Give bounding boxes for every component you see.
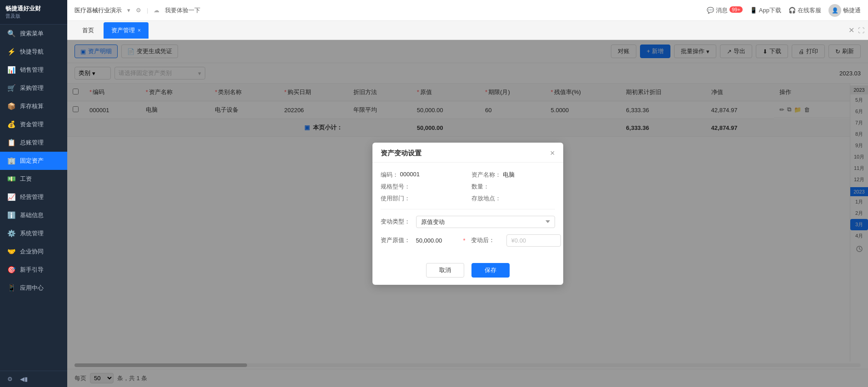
sidebar-item-资金管理[interactable]: 💰资金管理	[0, 115, 67, 134]
sidebar-item-新手引导[interactable]: 🎯新手引导	[0, 261, 67, 279]
tab-asset-label: 资产管理	[111, 26, 135, 35]
dialog-body: 编码： 000001 资产名称： 电脑 规格型号： 数量：	[372, 163, 563, 258]
dialog-close-btn[interactable]: ×	[550, 149, 555, 157]
sidebar-scroll: 🔍搜索菜单⚡快捷导航📊销售管理🛒采购管理📦库存核算💰资金管理📋总账管理🏢固定资产…	[0, 25, 67, 371]
sidebar-icon: 💵	[7, 175, 15, 183]
sidebar-icon: 💰	[7, 120, 15, 129]
sidebar-logo: 畅捷通好业财 普及版	[0, 0, 67, 25]
dialog-change-type-row: 变动类型： 原值变动 减值变动	[381, 216, 555, 228]
sidebar-item-固定资产[interactable]: 🏢固定资产	[0, 152, 67, 170]
window-maximize-icon[interactable]: ⛶	[858, 27, 864, 34]
sidebar-icon: 🏢	[7, 157, 15, 165]
sidebar-label: 新手引导	[20, 266, 44, 274]
sidebar-label: 系统管理	[20, 229, 44, 238]
sidebar-icon: 🛒	[7, 84, 15, 92]
sidebar-label: 基础信息	[20, 211, 44, 219]
company-name: 医疗器械行业演示	[74, 6, 122, 15]
dialog-header: 资产变动设置 ×	[372, 143, 563, 163]
tab-home[interactable]: 首页	[74, 22, 102, 39]
online-service-label: 在线客服	[798, 6, 821, 15]
dialog-code-item: 编码： 000001	[381, 171, 464, 179]
topbar-right: 💬 消息 99+ 📱 App下载 🎧 在线客服 👤 畅捷通	[707, 4, 861, 17]
sidebar-label: 经营管理	[20, 193, 44, 201]
sidebar-label: 快捷导航	[20, 48, 44, 56]
dialog-change-type-select[interactable]: 原值变动 减值变动	[416, 216, 555, 228]
dialog-after-label: 变动后：	[471, 236, 503, 244]
dialog-quantity-label: 数量：	[471, 183, 489, 191]
sidebar-icon: 📋	[7, 139, 15, 147]
sidebar-item-采购管理[interactable]: 🛒采购管理	[0, 79, 67, 97]
sidebar-item-快捷导航[interactable]: ⚡快捷导航	[0, 43, 67, 61]
save-button[interactable]: 保存	[471, 263, 510, 278]
sidebar-icon: ⚡	[7, 48, 15, 56]
sidebar-item-企业协同[interactable]: 🤝企业协同	[0, 243, 67, 261]
sidebar-icon: 🔍	[7, 30, 15, 38]
sidebar-item-搜索菜单[interactable]: 🔍搜索菜单	[0, 25, 67, 43]
settings-gear-icon[interactable]: ⚙	[136, 7, 141, 14]
dialog-code-label: 编码：	[381, 171, 398, 179]
sidebar-label: 销售管理	[20, 66, 44, 74]
dialog-original-value-label: 资产原值：	[381, 236, 412, 244]
message-label: 消息	[716, 6, 728, 15]
tab-home-label: 首页	[82, 26, 94, 35]
service-icon: 🎧	[789, 7, 796, 14]
sidebar-icon: 📱	[7, 284, 15, 292]
sidebar-item-销售管理[interactable]: 📊销售管理	[0, 61, 67, 79]
app-download-btn[interactable]: 📱 App下载	[750, 6, 781, 15]
settings-icon[interactable]: ⚙	[7, 376, 13, 382]
sidebar-label: 工资	[20, 175, 32, 183]
message-icon: 💬	[707, 7, 714, 14]
dialog-overlay: 资产变动设置 × 编码： 000001 资产名称： 电脑	[67, 40, 868, 387]
sidebar-bottom[interactable]: ⚙ ◀▮	[0, 371, 67, 387]
sidebar-label: 总账管理	[20, 139, 44, 147]
sidebar-item-工资[interactable]: 💵工资	[0, 170, 67, 188]
tabbar: 首页 资产管理 × ✕ ⛶	[67, 21, 868, 40]
sidebar-icon: ℹ️	[7, 211, 15, 219]
sidebar-item-总账管理[interactable]: 📋总账管理	[0, 134, 67, 152]
sidebar-icon: ⚙️	[7, 229, 15, 238]
sidebar-item-系统管理[interactable]: ⚙️系统管理	[0, 224, 67, 243]
dialog-code-value: 000001	[400, 171, 420, 179]
user-area[interactable]: 👤 畅捷通	[828, 4, 861, 17]
sidebar-label: 搜索菜单	[20, 30, 44, 38]
message-btn[interactable]: 💬 消息 99+	[707, 6, 743, 15]
content-area: ▣ 资产明细 📄 变更生成凭证 对账 + 新增 批量操作 ▾	[67, 40, 868, 387]
asset-change-dialog: 资产变动设置 × 编码： 000001 资产名称： 电脑	[372, 143, 563, 285]
sidebar-item-库存核算[interactable]: 📦库存核算	[0, 97, 67, 115]
sidebar-item-应用中心[interactable]: 📱应用中心	[0, 279, 67, 297]
dialog-location-label: 存放地点：	[471, 194, 501, 203]
cancel-button[interactable]: 取消	[426, 263, 464, 278]
cloud-icon: ☁	[154, 7, 159, 14]
dropdown-arrow[interactable]: ▾	[127, 7, 130, 14]
window-minimize-icon[interactable]: ✕	[848, 26, 854, 35]
app-download-label: App下载	[759, 6, 781, 15]
sidebar-item-经营管理[interactable]: 📈经营管理	[0, 188, 67, 206]
sidebar-label: 应用中心	[20, 284, 44, 292]
user-name: 畅捷通	[843, 6, 861, 15]
dialog-spec-label: 规格型号：	[381, 183, 410, 191]
dialog-change-type-label: 变动类型：	[381, 218, 412, 226]
dialog-title: 资产变动设置	[381, 149, 422, 158]
sidebar-icon: 📦	[7, 102, 15, 110]
sidebar-label: 采购管理	[20, 84, 44, 92]
message-badge: 99+	[729, 6, 743, 13]
dialog-department-item: 使用部门：	[381, 194, 464, 203]
dialog-info-grid: 编码： 000001 资产名称： 电脑 规格型号： 数量：	[381, 171, 555, 209]
main-area: 医疗器械行业演示 ▾ ⚙ | ☁ 我要体验一下 💬 消息 99+ 📱 App下载…	[67, 0, 868, 387]
dialog-spec-item: 规格型号：	[381, 183, 464, 191]
sidebar-item-基础信息[interactable]: ℹ️基础信息	[0, 206, 67, 224]
tab-asset-close[interactable]: ×	[138, 27, 141, 34]
experience-text[interactable]: 我要体验一下	[165, 6, 200, 15]
dialog-value-row: 资产原值： 50,000.00 * 变动后：	[381, 234, 555, 247]
dialog-name-value: 电脑	[503, 171, 515, 179]
sidebar-icon: 🤝	[7, 248, 15, 256]
online-service-btn[interactable]: 🎧 在线客服	[789, 6, 821, 15]
collapse-icon[interactable]: ◀▮	[20, 376, 28, 382]
sidebar: 畅捷通好业财 普及版 🔍搜索菜单⚡快捷导航📊销售管理🛒采购管理📦库存核算💰资金管…	[0, 0, 67, 387]
dialog-after-input[interactable]	[506, 234, 561, 247]
sidebar-label: 固定资产	[20, 157, 44, 165]
tab-asset[interactable]: 资产管理 ×	[104, 22, 149, 39]
avatar: 👤	[828, 4, 841, 17]
download-icon: 📱	[750, 7, 757, 14]
sidebar-icon: 🎯	[7, 266, 15, 274]
